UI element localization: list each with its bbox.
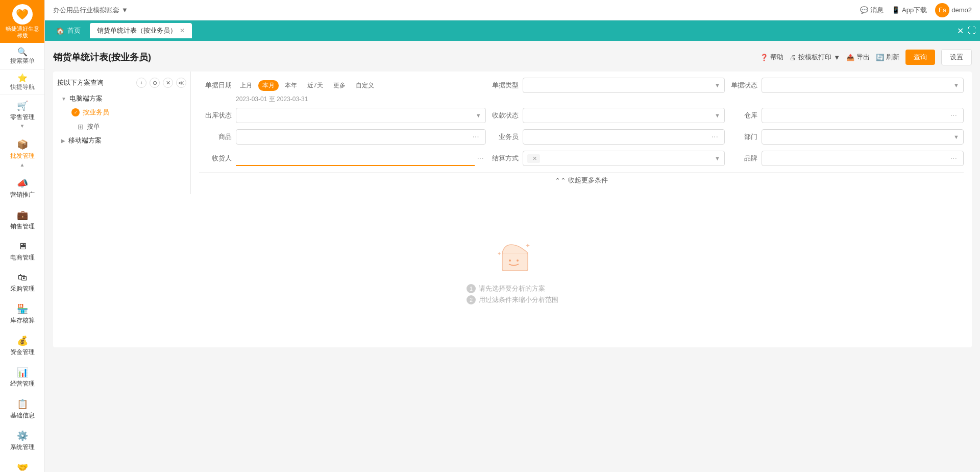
filter-cell-dept: 部门 ▼ (725, 129, 964, 145)
refresh-btn[interactable]: 🔄 刷新 (876, 53, 899, 62)
goods-select[interactable]: ··· (236, 129, 486, 145)
date-group: 上月 本月 本年 近7天 更多 自定义 (236, 80, 378, 91)
filter-cell-receipt-status: 收款状态 ▼ (486, 108, 725, 123)
tree-sub-item-by-staff[interactable]: ✓ 按业务员 (57, 105, 186, 120)
export-btn[interactable]: 📤 导出 (846, 53, 870, 62)
download-icon: 📱 (892, 6, 900, 14)
chevron-down-icon: ▼ (834, 54, 840, 61)
payment-label: 结算方式 (486, 154, 523, 163)
sidebar-item-finance[interactable]: 💰 资金管理 (0, 330, 44, 362)
filter-sidebar-header: 按以下方案查询 + ⊙ ✕ ≪ (57, 78, 186, 88)
export-icon: 📤 (846, 54, 854, 61)
step-num-2: 2 (467, 295, 476, 304)
empty-steps: 1 请先选择要分析的方案 2 用过滤条件来缩小分析范围 (467, 284, 558, 306)
more-icon[interactable]: ··· (948, 111, 959, 120)
payment-tag: ✕ (527, 154, 540, 163)
maximize-icon[interactable]: ⛶ (968, 26, 976, 36)
filter-cell-doc-type: 单据类型 ▼ (486, 78, 725, 93)
empty-state: ✦ ✦ 1 请先选择要分析的方案 2 用过滤条件来缩小分析范围 (53, 194, 972, 347)
empty-step-1: 1 请先选择要分析的方案 (467, 284, 558, 293)
window-close-icon[interactable]: ✕ (957, 26, 964, 36)
warehouse-label: 仓库 (725, 111, 762, 120)
warehouse-select[interactable]: ··· (762, 108, 964, 123)
doc-type-label: 单据类型 (486, 81, 523, 90)
doc-status-select[interactable]: ▼ (762, 78, 964, 93)
message-btn[interactable]: 💬 消息 (860, 6, 884, 15)
brand-select[interactable]: ··· (762, 151, 964, 166)
ship-status-select[interactable]: ▼ (236, 108, 486, 123)
date-last7days-btn[interactable]: 近7天 (303, 80, 327, 91)
staff-label: 业务员 (486, 132, 523, 141)
svg-rect-0 (502, 253, 528, 271)
filter-cell-warehouse: 仓库 ··· (725, 108, 964, 123)
tab-close-icon[interactable]: ✕ (180, 27, 185, 34)
staff-select[interactable]: ··· (523, 129, 725, 145)
app-download-btn[interactable]: 📱 App下载 (892, 6, 927, 15)
tree-sub2-by-order[interactable]: ⊞ 按单 (57, 120, 186, 134)
sidebar-item-retail[interactable]: 🛒 零售管理 ▼ (0, 95, 44, 134)
receipt-status-select[interactable]: ▼ (523, 108, 725, 123)
date-custom-btn[interactable]: 自定义 (352, 80, 378, 91)
query-button[interactable]: 查询 (905, 50, 935, 65)
tabbar-right: ✕ ⛶ (957, 26, 976, 36)
date-more-btn[interactable]: 更多 (329, 80, 350, 91)
sidebar-item-marketing[interactable]: 📣 营销推广 (0, 173, 44, 204)
receiver-label: 收货人 (199, 154, 236, 163)
filter-cell-doc-status: 单据状态 ▼ (725, 78, 964, 93)
template-print-btn[interactable]: 🖨 按模板打印 ▼ (790, 53, 840, 62)
filter-cell-date: 单据日期 上月 本月 本年 近7天 更多 自定义 (199, 80, 486, 91)
help-icon: ❓ (760, 54, 768, 61)
more-icon[interactable]: ··· (475, 154, 485, 163)
filter-sidebar: 按以下方案查询 + ⊙ ✕ ≪ ▼ 电脑端方案 (53, 72, 191, 194)
tree-item-desktop[interactable]: ▼ 电脑端方案 (57, 92, 186, 105)
receipt-status-label: 收款状态 (486, 111, 523, 120)
chevron-down-icon: ▼ (121, 6, 128, 14)
tree-expand-icon: ▼ (61, 96, 66, 102)
account-dropdown[interactable]: 办公用品行业模拟账套 ▼ (53, 6, 128, 15)
main-panel: 按以下方案查询 + ⊙ ✕ ≪ ▼ 电脑端方案 (53, 72, 972, 347)
sidebar-item-ecommerce[interactable]: 🖥 电商管理 (0, 236, 44, 267)
dept-select[interactable]: ▼ (762, 129, 964, 145)
sidebar-item-operation[interactable]: 📊 经营管理 (0, 362, 44, 393)
main-area: 办公用品行业模拟账套 ▼ 💬 消息 📱 App下载 Ea demo2 🏠 (45, 0, 980, 472)
tab-home[interactable]: 🏠 首页 (49, 23, 88, 38)
message-icon: 💬 (860, 6, 868, 14)
filter-form: 单据日期 上月 本月 本年 近7天 更多 自定义 (191, 72, 972, 194)
user-avatar-btn[interactable]: Ea demo2 (935, 3, 972, 17)
page-title: 销货单统计表(按业务员) (53, 51, 151, 63)
date-last-month-btn[interactable]: 上月 (236, 80, 256, 91)
collapse-btn[interactable]: ⌃⌃ 收起更多条件 (199, 172, 964, 188)
add-scheme-btn[interactable]: + (136, 78, 146, 88)
sidebar-item-basic[interactable]: 📋 基础信息 (0, 393, 44, 425)
settings-button[interactable]: 设置 (941, 49, 972, 65)
more-icon[interactable]: ··· (709, 132, 720, 141)
sidebar-shortcut[interactable]: ⭐ 快捷导航 (0, 70, 44, 95)
payment-select[interactable]: ✕ ▼ (523, 151, 725, 166)
sidebar-item-sales[interactable]: 💼 销售管理 (0, 204, 44, 236)
sidebar-item-enterprise[interactable]: 🤝 企业协同 (0, 457, 44, 472)
date-range-text: 2023-03-01 至 2023-03-31 (236, 96, 308, 103)
sidebar-item-inventory[interactable]: 🏪 库存核算 (0, 298, 44, 330)
sidebar-item-system[interactable]: ⚙️ 系统管理 (0, 425, 44, 457)
app-logo[interactable]: 🧡 畅捷通好生意标版 (0, 0, 44, 43)
tab-sales-stats[interactable]: 销货单统计表（按业务员） ✕ (90, 23, 192, 38)
delete-scheme-btn[interactable]: ✕ (163, 78, 173, 88)
sidebar-item-purchase[interactable]: 🛍 采购管理 (0, 267, 44, 298)
tree-item-mobile[interactable]: ▶ 移动端方案 (57, 134, 186, 147)
receiver-input[interactable] (236, 151, 475, 166)
filter-row-1: 单据日期 上月 本月 本年 近7天 更多 自定义 (199, 78, 964, 93)
date-current-month-btn[interactable]: 本月 (258, 80, 279, 91)
sidebar-item-wholesale[interactable]: 📦 批发管理 ▲ (0, 134, 44, 173)
doc-type-select[interactable]: ▼ (523, 78, 725, 93)
edit-scheme-btn[interactable]: ⊙ (150, 78, 160, 88)
payment-tag-close[interactable]: ✕ (532, 155, 537, 162)
collapse-scheme-btn[interactable]: ≪ (176, 78, 186, 88)
filter-cell-brand: 品牌 ··· (725, 151, 964, 166)
date-current-year-btn[interactable]: 本年 (281, 80, 301, 91)
collapse-icon: ⌃⌃ (555, 177, 566, 184)
help-btn[interactable]: ❓ 帮助 (760, 53, 783, 62)
logo-circle: 🧡 (12, 4, 33, 25)
more-icon[interactable]: ··· (948, 154, 959, 163)
more-icon[interactable]: ··· (470, 132, 481, 141)
sidebar-search[interactable]: 🔍 搜索菜单 (0, 43, 44, 70)
